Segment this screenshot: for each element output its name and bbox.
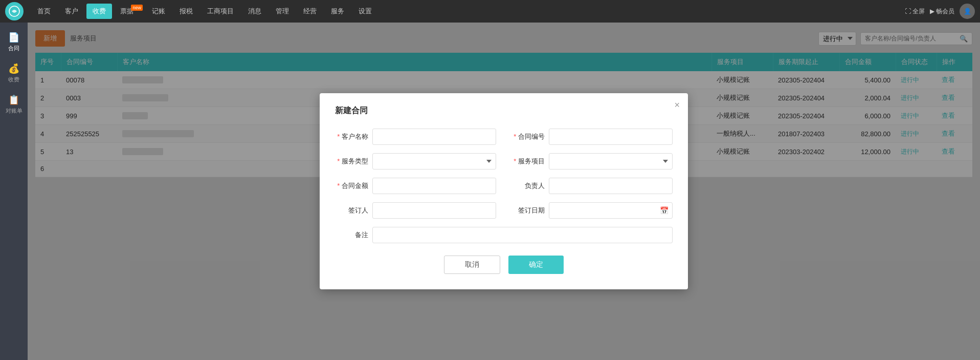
contract-no-input[interactable] [549, 129, 673, 145]
service-item-label: 服务项目 [511, 157, 545, 166]
form-row-sign-date: 签订日期 2023-06-06 📅 [511, 202, 673, 219]
fullscreen-icon: ⛶ [905, 8, 911, 15]
nav-manage[interactable]: 管理 [270, 4, 295, 19]
form-row-service-type: 服务类型 [335, 153, 496, 170]
remark-label: 备注 [335, 230, 368, 240]
sign-date-label: 签订日期 [511, 206, 545, 215]
sign-date-wrap: 2023-06-06 📅 [549, 202, 673, 219]
sidebar-label-contract: 合同 [8, 45, 19, 52]
form-row-responsible: 负责人 [511, 178, 673, 194]
sign-date-input[interactable]: 2023-06-06 [549, 202, 673, 219]
nav-tax[interactable]: 报税 [173, 4, 199, 19]
nav-home[interactable]: 首页 [31, 4, 57, 19]
service-type-select[interactable] [372, 153, 496, 170]
modal-title: 新建合同 [335, 105, 673, 116]
responsible-input[interactable] [549, 178, 673, 194]
calendar-icon[interactable]: 📅 [660, 206, 669, 215]
contract-icon: 📄 [8, 32, 19, 43]
nav-message[interactable]: 消息 [242, 4, 268, 19]
contract-amount-input[interactable]: 0.00 [372, 178, 496, 194]
member-icon: ▶ [930, 8, 934, 15]
sidebar-item-reconciliation[interactable]: 📋 对账单 [1, 90, 27, 119]
form-row-signer: 签订人 [335, 202, 496, 219]
form-row-contract-no: 合同编号 [511, 129, 673, 145]
nav-invoice[interactable]: 票据 new [114, 4, 144, 19]
form-row-service-item: 服务项目 [511, 153, 673, 170]
service-item-select[interactable] [549, 153, 673, 170]
app-logo[interactable] [5, 2, 24, 20]
sidebar-item-contract[interactable]: 📄 合同 [1, 28, 27, 56]
nav-accounting[interactable]: 记账 [146, 4, 171, 19]
confirm-button[interactable]: 确定 [508, 256, 564, 274]
nav-items: 首页 客户 收费 票据 new 记账 报税 工商项目 消息 管理 经营 服务 设… [31, 4, 905, 19]
avatar[interactable]: 👤 [960, 4, 975, 19]
service-item-select-wrap [549, 153, 673, 170]
contract-amount-label: 合同金额 [335, 181, 368, 190]
new-badge: new [131, 5, 143, 11]
modal-close-button[interactable]: × [674, 100, 680, 110]
sidebar-item-fees[interactable]: 💰 收费 [1, 59, 27, 88]
signer-label: 签订人 [335, 206, 368, 215]
customer-name-input[interactable] [372, 129, 496, 145]
nav-right: ⛶ 全屏 ▶ 畅会员 👤 [905, 4, 975, 19]
form-row-amount: 合同金额 0.00 [335, 178, 496, 194]
form-grid: 客户名称 合同编号 服务类型 [335, 129, 673, 219]
modal-dialog: 新建合同 × 客户名称 合同编号 服务类型 [320, 93, 688, 289]
fees-icon: 💰 [8, 63, 19, 74]
service-type-select-wrap [372, 153, 496, 170]
sidebar: 📄 合同 💰 收费 📋 对账单 [0, 23, 28, 360]
responsible-label: 负责人 [511, 181, 545, 190]
nav-service[interactable]: 服务 [325, 4, 350, 19]
sidebar-label-fees: 收费 [8, 76, 19, 83]
sidebar-label-reconciliation: 对账单 [6, 107, 23, 115]
cancel-button[interactable]: 取消 [444, 256, 500, 274]
signer-input[interactable] [372, 202, 496, 219]
modal-footer: 取消 确定 [335, 256, 673, 274]
form-row-customer: 客户名称 [335, 129, 496, 145]
nav-fees[interactable]: 收费 [86, 4, 112, 19]
service-type-label: 服务类型 [335, 157, 368, 166]
reconciliation-icon: 📋 [8, 94, 19, 105]
nav-operation[interactable]: 经营 [297, 4, 323, 19]
member-button[interactable]: ▶ 畅会员 [930, 7, 954, 16]
remark-input[interactable] [372, 227, 673, 243]
nav-customer[interactable]: 客户 [59, 4, 84, 19]
contract-no-label: 合同编号 [511, 132, 545, 141]
top-nav: 首页 客户 收费 票据 new 记账 报税 工商项目 消息 管理 经营 服务 设… [0, 0, 980, 23]
nav-settings[interactable]: 设置 [352, 4, 378, 19]
modal-overlay: 新建合同 × 客户名称 合同编号 服务类型 [28, 23, 980, 360]
customer-name-label: 客户名称 [335, 132, 368, 141]
avatar-icon: 👤 [964, 8, 971, 15]
nav-business[interactable]: 工商项目 [201, 4, 240, 19]
main-layout: 📄 合同 💰 收费 📋 对账单 新增 服务项目 进行中 已完成 已终止 [0, 23, 980, 360]
fullscreen-button[interactable]: ⛶ 全屏 [905, 7, 925, 16]
content-area: 新增 服务项目 进行中 已完成 已终止 🔍 序号 合同编号 [28, 23, 980, 360]
form-row-remark: 备注 [335, 227, 673, 243]
